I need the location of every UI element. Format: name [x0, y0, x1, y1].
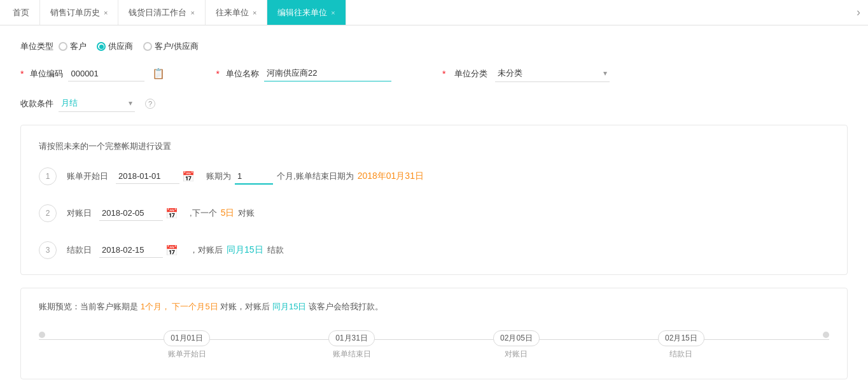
row-suffix-after-3: 结款 — [267, 244, 284, 256]
row-number-1: 1 — [39, 167, 57, 185]
radio-both-label: 客户/供应商 — [155, 41, 199, 52]
unit-classify-group: * 单位分类 未分类 ▾ — [442, 65, 610, 82]
row-label-1: 账单开始日 — [67, 171, 108, 182]
timeline-end — [823, 330, 829, 338]
timeline-end-dot — [823, 332, 829, 338]
timeline-sublabel-2: 账单结束日 — [333, 349, 371, 360]
panel-title: 请按照未来的一个完整帐期进行设置 — [39, 141, 829, 152]
payment-chevron-icon: ▾ — [129, 99, 132, 108]
timeline-node-2: 01月31日 账单结束日 — [328, 330, 375, 360]
unit-type-row: 单位类型 客户 供应商 客户/供应商 — [20, 41, 848, 52]
row-number-3: 3 — [39, 241, 57, 259]
radio-both[interactable]: 客户/供应商 — [143, 41, 199, 52]
unit-details-row: * 单位编码 📋 * 单位名称 * 单位分类 未分类 ▾ — [20, 65, 848, 82]
tab-partner-close[interactable]: × — [253, 9, 256, 17]
radio-supplier[interactable]: 供应商 — [97, 41, 133, 52]
radio-customer[interactable]: 客户 — [59, 41, 87, 52]
payment-help-icon[interactable]: ? — [145, 99, 155, 109]
preview-section: 账期预览：当前客户账期是 1个月， 下一个月5日 对账，对账后 同月15日 该客… — [20, 288, 848, 379]
unit-classify-select[interactable]: 未分类 ▾ — [495, 65, 610, 82]
row-suffix-before-2: ,下一个 — [190, 208, 217, 219]
payment-row: 收款条件 月结 ▾ ? — [20, 95, 848, 112]
row-suffix-after-2: 对账 — [238, 208, 255, 219]
main-content: 单位类型 客户 供应商 客户/供应商 * 单位编码 — [0, 25, 868, 387]
preview-part4: 同月15日 — [272, 302, 306, 311]
preview-suffix: 该客户会给我打款。 — [309, 302, 383, 311]
unit-code-copy-icon[interactable]: 📋 — [152, 67, 165, 80]
row-suffix-before-3: ，对账后 — [190, 244, 223, 256]
timeline-items: 01月01日 账单开始日 01月31日 账单结束日 02月05日 对账日 02月… — [39, 330, 829, 360]
radio-customer-label: 客户 — [70, 41, 87, 52]
unit-classify-star: * — [442, 69, 445, 79]
row-end-date-highlight: 2018年01月31日 — [358, 171, 424, 182]
unit-classify-value: 未分类 — [498, 67, 603, 79]
tab-arrow[interactable]: › — [849, 6, 868, 19]
timeline-node-4: 02月15日 结款日 — [658, 330, 704, 360]
row-calendar-1[interactable]: 📅 — [182, 171, 195, 183]
classify-chevron-icon: ▾ — [603, 69, 607, 78]
row-date-3[interactable] — [99, 243, 163, 258]
preview-part1: 1个月， — [141, 302, 170, 311]
unit-name-input[interactable] — [264, 66, 391, 81]
radio-customer-circle — [59, 42, 67, 51]
unit-code-group: * 单位编码 📋 — [20, 66, 165, 81]
unit-name-group: * 单位名称 — [216, 66, 391, 81]
payment-select[interactable]: 月结 ▾ — [59, 95, 135, 112]
row-suffix-before-1: 账期为 — [206, 171, 231, 182]
unit-code-label: 单位编码 — [30, 68, 63, 80]
row-calendar-3[interactable]: 📅 — [165, 244, 178, 257]
row-number-2: 2 — [39, 204, 57, 222]
unit-code-star: * — [20, 69, 24, 79]
settings-panel: 请按照未来的一个完整帐期进行设置 1 账单开始日 📅 账期为 个月,账单结束日期… — [20, 125, 848, 275]
tab-cash-work[interactable]: 钱货日清工作台 × — [118, 0, 205, 25]
row-date-1[interactable] — [116, 169, 179, 184]
timeline-badge-4: 02月15日 — [658, 330, 704, 346]
radio-supplier-label: 供应商 — [108, 41, 133, 52]
tabs-bar: 首页 销售订单历史 × 钱货日清工作台 × 往来单位 × 编辑往来单位 × › — [0, 0, 868, 25]
unit-code-input[interactable] — [68, 66, 144, 81]
timeline-node-1: 01月01日 账单开始日 — [164, 330, 210, 360]
tab-home[interactable]: 首页 — [0, 0, 40, 25]
tab-partner-label: 往来单位 — [216, 7, 249, 18]
tab-edit-partner-close[interactable]: × — [331, 9, 335, 17]
row-date-2[interactable] — [99, 206, 163, 221]
panel-row-2: 2 对账日 📅 ,下一个 5日 对账 — [39, 204, 829, 222]
timeline-sublabel-3: 对账日 — [505, 349, 528, 360]
tab-sales-history[interactable]: 销售订单历史 × — [40, 0, 118, 25]
payment-group: 收款条件 月结 ▾ ? — [20, 95, 155, 112]
timeline-badge-2: 01月31日 — [328, 330, 375, 346]
unit-classify-label: 单位分类 — [454, 68, 487, 80]
row-highlight-3: 同月15日 — [227, 244, 263, 256]
tab-edit-partner-label: 编辑往来单位 — [277, 7, 327, 18]
timeline-start — [39, 330, 45, 338]
row-label-3: 结款日 — [67, 244, 92, 256]
row-calendar-2[interactable]: 📅 — [165, 208, 178, 220]
row-suffix-mid-1: 个月,账单结束日期为 — [277, 171, 354, 182]
timeline-start-dot — [39, 332, 45, 338]
tab-sales-history-close[interactable]: × — [104, 9, 108, 17]
preview-prefix: 账期预览：当前客户账期是 — [39, 302, 138, 311]
row-period-input[interactable] — [235, 169, 273, 185]
timeline-sublabel-4: 结款日 — [669, 349, 692, 360]
tab-partner[interactable]: 往来单位 × — [206, 0, 267, 25]
timeline-badge-3: 02月05日 — [493, 330, 540, 346]
radio-both-circle — [143, 42, 152, 51]
preview-text: 账期预览：当前客户账期是 1个月， 下一个月5日 对账，对账后 同月15日 该客… — [39, 301, 829, 313]
tab-cash-work-close[interactable]: × — [190, 9, 194, 17]
panel-row-1: 1 账单开始日 📅 账期为 个月,账单结束日期为 2018年01月31日 — [39, 167, 829, 185]
tab-edit-partner[interactable]: 编辑往来单位 × — [267, 0, 346, 25]
payment-label: 收款条件 — [20, 98, 53, 109]
preview-part2: 下一个月5日 — [172, 302, 218, 311]
preview-part3: 对账，对账后 — [220, 302, 270, 311]
unit-name-label: 单位名称 — [226, 68, 259, 80]
timeline-sublabel-1: 账单开始日 — [168, 349, 206, 360]
unit-name-star: * — [216, 69, 219, 79]
timeline-badge-1: 01月01日 — [164, 330, 210, 346]
tab-cash-work-label: 钱货日清工作台 — [129, 7, 186, 18]
radio-group: 客户 供应商 客户/供应商 — [59, 41, 199, 52]
tab-home-label: 首页 — [13, 7, 29, 18]
panel-row-3: 3 结款日 📅 ，对账后 同月15日 结款 — [39, 241, 829, 259]
row-label-2: 对账日 — [67, 208, 92, 219]
unit-type-group: 单位类型 客户 供应商 客户/供应商 — [20, 41, 199, 52]
row-highlight-2: 5日 — [221, 208, 235, 219]
